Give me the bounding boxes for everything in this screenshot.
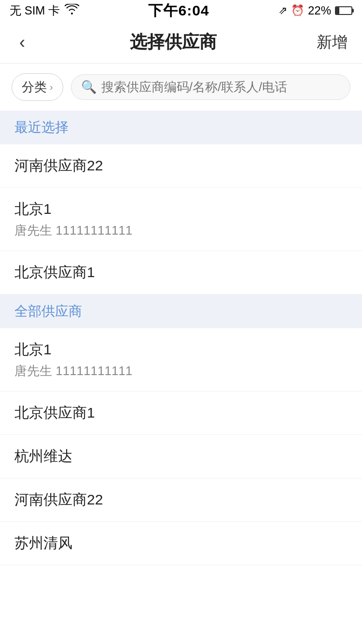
- page-title: 选择供应商: [130, 30, 217, 54]
- search-box[interactable]: 🔍: [71, 74, 350, 100]
- list-item-recent-2[interactable]: 北京供应商1: [0, 251, 362, 294]
- status-time: 下午6:04: [148, 1, 209, 21]
- item-name: 河南供应商22: [14, 490, 348, 510]
- list-item-recent-0[interactable]: 河南供应商22: [0, 144, 362, 188]
- item-name: 北京1: [14, 340, 348, 360]
- category-button[interactable]: 分类 ›: [12, 73, 63, 101]
- category-label: 分类: [22, 79, 47, 96]
- item-name: 河南供应商22: [14, 156, 348, 176]
- chevron-right-icon: ›: [50, 82, 53, 93]
- section-header-all: 全部供应商: [0, 294, 362, 328]
- item-name: 北京1: [14, 199, 348, 219]
- item-name: 杭州维达: [14, 447, 348, 466]
- battery-percentage: 22%: [308, 4, 331, 17]
- filter-bar: 分类 › 🔍: [0, 64, 362, 111]
- alarm-icon: ⏰: [291, 4, 304, 17]
- search-input[interactable]: [101, 80, 340, 95]
- list-item-all-4[interactable]: 苏州清风: [0, 522, 362, 565]
- location-icon: ⇗: [278, 4, 287, 17]
- nav-bar: ‹ 选择供应商 新增: [0, 21, 362, 64]
- status-bar: 无 SIM 卡 下午6:04 ⇗ ⏰ 22%: [0, 0, 362, 21]
- list-item-all-3[interactable]: 河南供应商22: [0, 478, 362, 522]
- carrier-label: 无 SIM 卡: [10, 3, 60, 18]
- item-sub: 唐先生 11111111111: [14, 222, 348, 239]
- item-name: 北京供应商1: [14, 263, 348, 282]
- item-name: 北京供应商1: [14, 403, 348, 423]
- section-header-recent: 最近选择: [0, 111, 362, 144]
- back-button[interactable]: ‹: [14, 28, 30, 57]
- list-item-all-0[interactable]: 北京1唐先生 11111111111: [0, 328, 362, 392]
- status-icons: ⇗ ⏰ 22%: [278, 4, 352, 17]
- item-name: 苏州清风: [14, 533, 348, 553]
- list-item-recent-1[interactable]: 北京1唐先生 11111111111: [0, 188, 362, 251]
- sections-container: 最近选择河南供应商22北京1唐先生 11111111111北京供应商1全部供应商…: [0, 111, 362, 565]
- search-icon: 🔍: [81, 80, 97, 95]
- list-item-all-1[interactable]: 北京供应商1: [0, 392, 362, 435]
- battery-icon: [335, 6, 352, 15]
- item-sub: 唐先生 11111111111: [14, 363, 348, 379]
- new-action-button[interactable]: 新增: [317, 32, 348, 53]
- wifi-icon: [65, 4, 79, 17]
- status-carrier-area: 无 SIM 卡: [10, 3, 79, 18]
- list-item-all-2[interactable]: 杭州维达: [0, 435, 362, 478]
